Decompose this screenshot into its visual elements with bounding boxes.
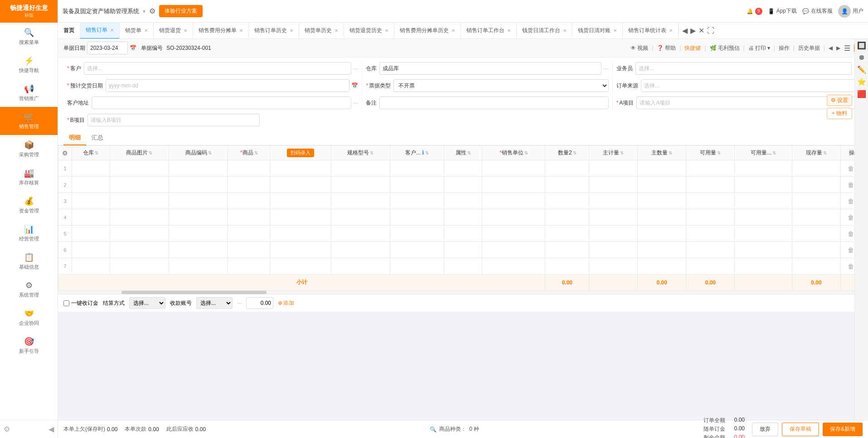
table-cell[interactable] xyxy=(792,226,840,242)
table-cell[interactable] xyxy=(482,226,545,242)
table-cell[interactable] xyxy=(735,160,792,177)
tabs-next-btn[interactable]: ▶ xyxy=(689,26,697,35)
collapse-icon[interactable]: ◀ xyxy=(48,425,54,433)
table-cell[interactable] xyxy=(545,193,589,209)
table-cell[interactable] xyxy=(589,258,638,274)
sidebar-item-基础信息[interactable]: 📋 基础信息 xyxy=(0,247,58,275)
table-cell[interactable] xyxy=(638,177,686,193)
delivery-input[interactable] xyxy=(106,79,350,92)
table-cell[interactable] xyxy=(545,177,589,193)
quick-settle-check[interactable] xyxy=(63,300,69,306)
table-cell[interactable] xyxy=(110,160,169,177)
tab-close-9[interactable]: ✕ xyxy=(507,28,511,33)
table-cell[interactable] xyxy=(638,226,686,242)
sort-icon[interactable]: ⇅ xyxy=(717,150,721,155)
sidebar-item-快捷导航[interactable]: ⚡ 快捷导航 xyxy=(0,51,58,79)
sort-icon[interactable]: ⇅ xyxy=(254,150,258,155)
table-cell[interactable] xyxy=(72,242,110,258)
table-cell[interactable] xyxy=(390,258,444,274)
sidebar-item-经营管理[interactable]: 📊 经营管理 xyxy=(0,219,58,247)
table-cell[interactable] xyxy=(545,242,589,258)
form-settings-btn[interactable]: ⚙ 设置 xyxy=(827,95,852,106)
tab-close-2[interactable]: ✕ xyxy=(144,28,148,33)
table-cell[interactable] xyxy=(792,160,840,177)
table-cell[interactable] xyxy=(228,258,270,274)
table-cell[interactable] xyxy=(331,177,390,193)
table-cell[interactable] xyxy=(331,209,390,226)
sort-icon[interactable]: ⇅ xyxy=(425,150,429,155)
table-cell[interactable] xyxy=(270,160,331,177)
delete-row-btn[interactable]: 🗑 xyxy=(848,246,854,254)
invoice-select[interactable]: 不开票 增值税普通发票 增值税专用发票 xyxy=(393,79,609,92)
inner-tab-明细[interactable]: 明细 xyxy=(63,131,86,145)
table-cell[interactable] xyxy=(735,193,792,209)
sidebar-item-营销推广[interactable]: 📢 营销推广 xyxy=(0,79,58,107)
tab-close-8[interactable]: ✕ xyxy=(451,28,455,33)
quick-settle-checkbox[interactable]: 一键收订金 xyxy=(63,299,98,307)
table-cell[interactable] xyxy=(638,193,686,209)
operation-btn[interactable]: 操作 xyxy=(779,44,790,52)
form-addrow-btn[interactable]: + 物料 xyxy=(827,108,852,119)
tab-5[interactable]: 销售订单历史✕ xyxy=(249,23,299,39)
table-cell[interactable] xyxy=(792,177,840,193)
table-cell[interactable] xyxy=(638,160,686,177)
table-cell[interactable] xyxy=(686,258,735,274)
b-project-input[interactable] xyxy=(87,114,260,126)
system-dropdown-icon[interactable]: ▾ xyxy=(143,8,145,14)
table-cell[interactable] xyxy=(735,209,792,226)
save-new-btn[interactable]: 保存&新增 xyxy=(823,423,863,436)
table-cell[interactable] xyxy=(686,177,735,193)
sort-icon[interactable]: ⇅ xyxy=(823,150,827,155)
table-cell[interactable] xyxy=(589,226,638,242)
table-cell[interactable] xyxy=(545,209,589,226)
table-cell[interactable] xyxy=(686,242,735,258)
calendar-delivery-icon[interactable]: 📅 xyxy=(351,82,358,89)
table-cell[interactable] xyxy=(444,193,482,209)
account-select[interactable]: 选择... xyxy=(196,297,233,309)
history-btn[interactable]: 历史单据 xyxy=(798,44,820,52)
remarks-input[interactable] xyxy=(379,96,608,109)
date-input[interactable] xyxy=(87,42,128,54)
app-download-item[interactable]: 📱 App下载 xyxy=(768,7,797,15)
table-cell[interactable] xyxy=(110,209,169,226)
tab-7[interactable]: 销货退货历史✕ xyxy=(344,23,394,39)
table-cell[interactable] xyxy=(792,193,840,209)
tab-4[interactable]: 销售费用分摊单✕ xyxy=(193,23,249,39)
settings-icon[interactable]: ⚙ xyxy=(4,425,10,433)
table-cell[interactable] xyxy=(270,226,331,242)
delete-row-btn[interactable]: 🗑 xyxy=(848,181,854,188)
table-cell[interactable] xyxy=(444,258,482,274)
tabs-fullscreen-btn[interactable]: ⛶ xyxy=(706,27,716,35)
discard-btn[interactable]: 放弃 xyxy=(752,423,778,436)
table-cell[interactable] xyxy=(331,160,390,177)
table-cell[interactable] xyxy=(270,242,331,258)
warehouse-expand-icon[interactable]: ··· xyxy=(603,65,609,72)
table-cell[interactable] xyxy=(169,193,228,209)
table-cell[interactable] xyxy=(545,258,589,274)
warehouse-input[interactable] xyxy=(379,62,601,75)
tab-0[interactable]: 首页 xyxy=(58,23,80,39)
table-cell[interactable] xyxy=(638,209,686,226)
table-cell[interactable] xyxy=(482,209,545,226)
gear-icon[interactable]: ⚙ xyxy=(62,149,68,157)
a-project-input[interactable] xyxy=(636,96,859,109)
sort-icon[interactable]: ⇅ xyxy=(573,150,577,155)
panel-icon-1[interactable]: 🔲 xyxy=(857,41,866,50)
tab-close-6[interactable]: ✕ xyxy=(335,28,338,33)
tabs-prev-btn[interactable]: ◀ xyxy=(681,26,689,35)
table-cell[interactable] xyxy=(228,177,270,193)
table-cell[interactable] xyxy=(390,242,444,258)
table-cell[interactable] xyxy=(589,193,638,209)
list-view-icon[interactable]: ☰ xyxy=(844,44,850,53)
table-cell[interactable] xyxy=(169,177,228,193)
table-cell[interactable] xyxy=(482,193,545,209)
table-cell[interactable] xyxy=(110,193,169,209)
table-cell[interactable] xyxy=(72,226,110,242)
table-cell[interactable] xyxy=(390,160,444,177)
sort-icon[interactable]: ⇅ xyxy=(524,150,528,155)
table-cell[interactable] xyxy=(270,258,331,274)
table-cell[interactable] xyxy=(390,193,444,209)
table-cell[interactable] xyxy=(228,226,270,242)
address-expand-icon[interactable]: ··· xyxy=(353,99,359,106)
table-cell[interactable] xyxy=(589,177,638,193)
